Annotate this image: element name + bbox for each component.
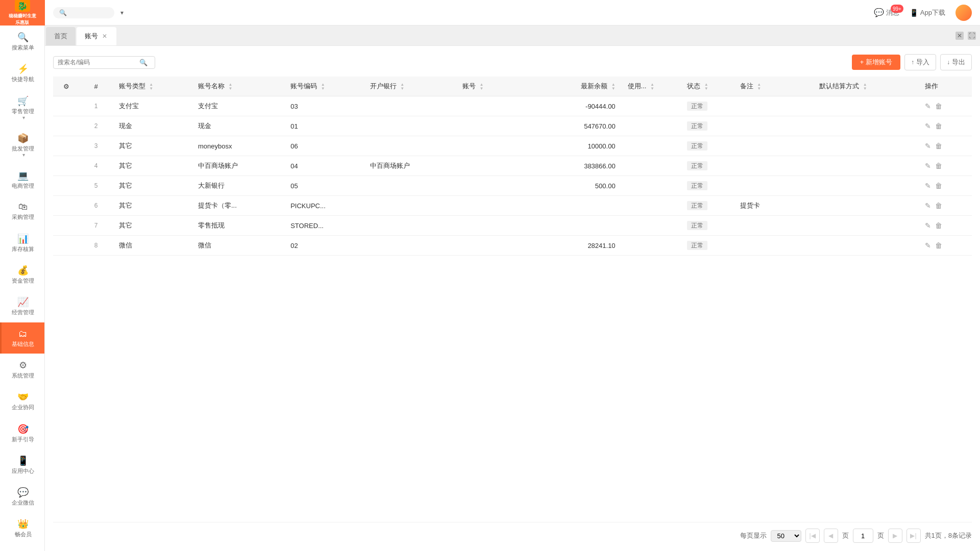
sidebar-item-search-menu[interactable]: 🔍 搜索菜单: [0, 26, 44, 57]
col-gear-header[interactable]: ⚙: [53, 77, 80, 96]
sidebar-item-app-center[interactable]: 📱 应用中心: [0, 449, 44, 481]
row-delete-button-6[interactable]: 🗑: [935, 221, 942, 230]
search-box[interactable]: 🔍: [53, 56, 155, 69]
row-edit-button-7[interactable]: ✎: [925, 241, 931, 249]
col-use-header[interactable]: 使用... ▲▼: [622, 77, 681, 96]
page-input[interactable]: [853, 529, 873, 543]
col-bank-header[interactable]: 开户银行 ▲▼: [364, 77, 456, 96]
row-num-0: 1: [80, 96, 113, 116]
col-code-header[interactable]: 账号编码 ▲▼: [284, 77, 363, 96]
basic-info-icon: 🗂: [18, 329, 28, 339]
sidebar-item-vip-member[interactable]: 👑 畅会员: [0, 512, 44, 544]
row-delete-button-3[interactable]: 🗑: [935, 162, 942, 170]
search-input[interactable]: [58, 59, 139, 66]
row-edit-button-1[interactable]: ✎: [925, 122, 931, 130]
row-delete-button-5[interactable]: 🗑: [935, 202, 942, 210]
row-use-4: [622, 176, 681, 196]
row-edit-button-6[interactable]: ✎: [925, 221, 931, 230]
col-balance-header[interactable]: 最新余额 ▲▼: [535, 77, 621, 96]
sort-balance-icon: ▲▼: [611, 83, 616, 91]
import-button[interactable]: ↑ 导入: [904, 54, 936, 70]
user-avatar[interactable]: [955, 5, 972, 21]
sidebar-item-purchase-mgmt[interactable]: 🛍 采购管理: [0, 195, 44, 227]
company-agreement-icon: 🤝: [17, 391, 29, 403]
row-account-2: [456, 136, 535, 156]
row-edit-button-4[interactable]: ✎: [925, 182, 931, 190]
sidebar-item-ecommerce-mgmt[interactable]: 💻 电商管理: [0, 164, 44, 195]
sidebar-item-basic-info[interactable]: 🗂 基础信息: [0, 322, 44, 354]
row-code-5: PICKUPC...: [284, 196, 363, 216]
row-bank-2: [364, 136, 456, 156]
sidebar-item-wholesale-mgmt[interactable]: 📦 批发管理▾: [0, 127, 44, 164]
header-dropdown[interactable]: ▾: [120, 9, 124, 16]
tab-account-close[interactable]: ✕: [101, 32, 108, 41]
sidebar-item-enterprise-wechat[interactable]: 💬 企业微信: [0, 481, 44, 512]
sort-bank-icon: ▲▼: [400, 83, 404, 91]
row-type-6: 其它: [113, 216, 192, 236]
row-delete-button-4[interactable]: 🗑: [935, 182, 942, 190]
page-last-button[interactable]: ▶|: [906, 529, 921, 543]
row-balance-3: 383866.00: [535, 156, 621, 176]
col-type-header[interactable]: 账号类型 ▲▼: [113, 77, 192, 96]
row-remark-5: 提货卡: [734, 196, 813, 216]
row-account-1: [456, 116, 535, 136]
row-remark-7: [734, 236, 813, 256]
sort-account-icon: ▲▼: [480, 83, 484, 91]
row-gear-5: [53, 196, 80, 216]
app-download-button[interactable]: 📱 App下载: [910, 8, 945, 17]
sidebar-item-finance-mgmt[interactable]: 💰 资金管理: [0, 259, 44, 290]
sidebar-item-inventory-mgmt[interactable]: 📊 库存核算: [0, 227, 44, 259]
tab-close-all-button[interactable]: ✕: [955, 32, 964, 40]
row-edit-button-3[interactable]: ✎: [925, 162, 931, 170]
row-delete-button-7[interactable]: 🗑: [935, 241, 942, 249]
sidebar-item-new-guide[interactable]: 🎯 新手引导: [0, 417, 44, 449]
sidebar-item-retail-mgmt[interactable]: 🛒 零售管理▾: [0, 89, 44, 127]
page-next-button[interactable]: ▶: [888, 529, 902, 543]
msg-button[interactable]: 💬 消息 99+: [874, 8, 899, 17]
col-name-header[interactable]: 账号名称 ▲▼: [192, 77, 284, 96]
tab-home[interactable]: 首页: [46, 27, 76, 45]
row-edit-button-5[interactable]: ✎: [925, 202, 931, 210]
row-default-7: [813, 236, 919, 256]
sidebar-item-company-agreement[interactable]: 🤝 企业协同: [0, 385, 44, 417]
sidebar-item-quick-nav[interactable]: ⚡ 快捷导航: [0, 57, 44, 89]
sidebar-item-operation-mgmt[interactable]: 📈 经营管理: [0, 290, 44, 322]
col-account-header[interactable]: 账号 ▲▼: [456, 77, 535, 96]
msg-badge: 99+: [891, 5, 903, 13]
finance-mgmt-label: 资金管理: [12, 277, 34, 284]
row-status-5: 正常: [681, 196, 734, 216]
row-action-3: ✎ 🗑: [919, 156, 972, 176]
page-size-select[interactable]: 50 100 200: [771, 530, 801, 542]
col-default-header[interactable]: 默认结算方式 ▲▼: [813, 77, 919, 96]
page-prev-button[interactable]: ◀: [824, 529, 838, 543]
tab-maximize-button[interactable]: ⛶: [968, 32, 976, 40]
row-name-1: 现金: [192, 116, 284, 136]
sidebar-item-system-mgmt[interactable]: ⚙ 系统管理: [0, 354, 44, 385]
new-guide-icon: 🎯: [17, 423, 29, 435]
wholesale-mgmt-label: 批发管理: [12, 145, 34, 152]
row-delete-button-1[interactable]: 🗑: [935, 122, 942, 130]
col-status-header[interactable]: 状态 ▲▼: [681, 77, 734, 96]
row-num-2: 3: [80, 136, 113, 156]
toolbar-right: + 新增账号 ↑ 导入 ↓ 导出: [852, 54, 972, 70]
system-mgmt-label: 系统管理: [12, 372, 34, 379]
row-remark-1: [734, 116, 813, 136]
page-first-button[interactable]: |◀: [805, 529, 820, 543]
col-remark-header[interactable]: 备注 ▲▼: [734, 77, 813, 96]
row-status-6: 正常: [681, 216, 734, 236]
row-delete-button-2[interactable]: 🗑: [935, 142, 942, 150]
app-name: 稳稳赚时生意: [9, 13, 36, 19]
pagination-bar: 每页显示 50 100 200 |◀ ◀ 页 页 ▶ ▶| 共1页，8条记录: [53, 522, 972, 543]
row-balance-5: [535, 196, 621, 216]
export-button[interactable]: ↓ 导出: [940, 54, 972, 70]
header-search[interactable]: 🔍: [53, 7, 114, 18]
row-delete-button-0[interactable]: 🗑: [935, 102, 942, 110]
page-size-label: 每页显示: [740, 531, 767, 540]
table-header-row: ⚙ # 账号类型 ▲▼ 账号名称 ▲▼ 账号编码 ▲▼ 开户银行 ▲▼ 账号 ▲…: [53, 77, 972, 96]
row-edit-button-2[interactable]: ✎: [925, 142, 931, 150]
sort-remark-icon: ▲▼: [757, 83, 761, 91]
wholesale-mgmt-expand-icon: ▾: [22, 152, 25, 158]
tab-account[interactable]: 账号 ✕: [77, 27, 116, 45]
add-account-button[interactable]: + 新增账号: [852, 55, 900, 70]
row-edit-button-0[interactable]: ✎: [925, 102, 931, 110]
